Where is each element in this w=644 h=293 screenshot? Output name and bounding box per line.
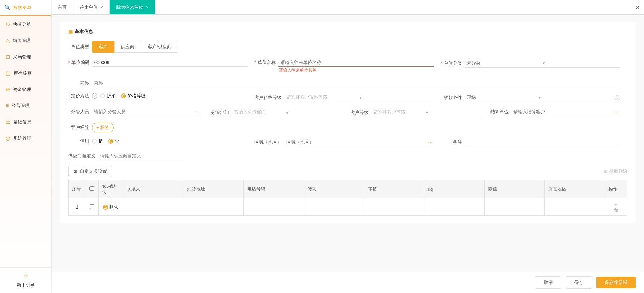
region-input[interactable] (284, 138, 426, 146)
cell-checkbox[interactable] (86, 198, 99, 216)
short-name-input[interactable] (92, 79, 620, 87)
batch-delete-btn[interactable]: 🗑 批量删除 (603, 168, 627, 174)
batch-delete-icon: 🗑 (603, 169, 608, 174)
window-close-icon[interactable]: ✕ (635, 4, 640, 10)
email-input[interactable] (368, 204, 421, 210)
default-radio[interactable]: 默认 (102, 204, 119, 210)
col-contact: 联系人 (123, 180, 183, 198)
supervisor-more-btn[interactable]: ··· (194, 109, 201, 115)
region-table-input[interactable] (548, 204, 601, 210)
row-checkbox[interactable] (90, 204, 94, 209)
remarks-input[interactable] (465, 138, 620, 146)
delete-row-btn[interactable]: 🗑 (614, 207, 618, 213)
default-label: 默认 (109, 204, 118, 210)
unit-code-input[interactable] (92, 58, 248, 67)
unit-category-value: 未分类 (467, 60, 542, 66)
billing-unit-input[interactable] (511, 108, 613, 116)
supplier-custom-label: 供应商自定义 (68, 153, 95, 159)
cell-address[interactable] (183, 198, 243, 216)
payment-terms-select[interactable]: 现结 ▾ (465, 93, 613, 102)
cell-wechat[interactable] (484, 198, 544, 216)
sidebar-item-sales[interactable]: △ 销售管理 (0, 32, 51, 49)
col-qq: qq (424, 180, 484, 198)
supplier-custom-input[interactable] (98, 152, 183, 160)
payment-help-icon[interactable]: ? (615, 95, 620, 100)
billing-unit-more-btn[interactable]: ··· (613, 109, 620, 115)
radio-discount[interactable]: 折扣 (100, 93, 116, 99)
batch-delete-label: 批量删除 (609, 168, 627, 174)
add-row-btn[interactable]: ＋ (614, 202, 618, 207)
tab-home[interactable]: 首页 (52, 0, 73, 14)
wechat-input[interactable] (488, 204, 541, 210)
unit-category-field: 单位分类 未分类 ▾ (441, 58, 627, 68)
supplier-custom-field: 供应商自定义 (68, 152, 190, 160)
pricing-help-icon[interactable]: ? (92, 93, 97, 99)
tab-label: 首页 (58, 4, 67, 10)
customer-level-select[interactable]: 请选择客户等级 ▾ (371, 108, 481, 117)
cell-qq[interactable] (424, 198, 484, 216)
cell-region[interactable] (544, 198, 605, 216)
unit-name-label: 单位名称 (254, 59, 276, 66)
cell-fax[interactable] (304, 198, 364, 216)
save-button[interactable]: 保存 (566, 276, 592, 289)
type-btn-both[interactable]: 客户/供应商 (141, 41, 178, 53)
custom-settings-btn[interactable]: ⚙ 自定义项设置 (68, 166, 112, 177)
table-row: 1 默认 (69, 198, 627, 216)
type-btn-supplier[interactable]: 供应商 (114, 41, 141, 53)
sidebar-item-system[interactable]: ◎ 系统管理 (0, 130, 51, 146)
cell-email[interactable] (364, 198, 424, 216)
unit-category-select[interactable]: 未分类 ▾ (465, 58, 620, 68)
unit-type-row: 单位类型 客户 供应商 客户/供应商 (68, 41, 627, 53)
sidebar-item-finance[interactable]: ⊕ 资金管理 (0, 81, 51, 98)
address-input[interactable] (187, 204, 240, 210)
add-tag-btn[interactable]: + 标签 (92, 123, 114, 132)
tab-new-partner[interactable]: 新增往来单位 × (110, 0, 155, 14)
sidebar-item-basic-info[interactable]: ☰ 基础信息 (0, 114, 51, 130)
sales-icon: △ (6, 37, 10, 44)
sidebar-item-inventory[interactable]: ◫ 库存核算 (0, 65, 51, 81)
radio-price-level[interactable]: 价格等级 (121, 93, 146, 99)
sidebar-item-guide[interactable]: ☆ 新手引导 (0, 267, 51, 293)
customer-price-select[interactable]: 请选择客户价格等级 ▾ (284, 93, 434, 102)
save-new-button[interactable]: 保存并新增 (596, 277, 636, 288)
radio-circle-discount (100, 93, 105, 98)
fax-input[interactable] (307, 204, 360, 210)
region-more-btn[interactable]: ··· (426, 139, 434, 145)
supervisor-input[interactable] (92, 108, 194, 116)
qq-input[interactable] (428, 204, 481, 210)
region-input-group: ··· (284, 138, 434, 146)
sidebar-label: 基础信息 (13, 119, 31, 125)
cell-contact[interactable] (123, 198, 183, 216)
dropdown-arrow-3: ▾ (539, 95, 611, 100)
unit-category-label: 单位分类 (441, 60, 462, 66)
cell-phone[interactable] (243, 198, 304, 216)
phone-input[interactable] (247, 204, 300, 210)
tab-partner-list[interactable]: 往来单位 × (73, 0, 110, 14)
sidebar-item-quick-nav[interactable]: ⊙ 快捷导航 (0, 16, 51, 32)
search-menu[interactable]: 🔍 搜索菜单 (0, 0, 51, 16)
billing-unit-input-group: ··· (511, 108, 621, 116)
supervisor-input-group: ··· (92, 108, 201, 116)
search-label: 搜索菜单 (13, 5, 31, 11)
type-btn-customer[interactable]: 客户 (92, 41, 114, 53)
sidebar-item-purchase[interactable]: ⊟ 采购管理 (0, 49, 51, 65)
cancel-button[interactable]: 取消 (535, 276, 561, 289)
sidebar: 🔍 搜索菜单 ⊙ 快捷导航 △ 销售管理 ⊟ 采购管理 ◫ 库存核算 ⊕ 资金管… (0, 0, 52, 293)
sidebar-label: 资金管理 (13, 87, 31, 93)
tab-close-partner[interactable]: × (101, 5, 103, 10)
unit-name-input[interactable] (278, 58, 434, 67)
select-all-checkbox[interactable] (89, 186, 94, 191)
radio-no[interactable]: 否 (108, 138, 119, 144)
sidebar-item-operations[interactable]: ≡ 经营管理 (0, 98, 51, 114)
cell-default[interactable]: 默认 (99, 198, 123, 216)
contact-input[interactable] (127, 204, 180, 210)
col-no: 序号 (69, 180, 86, 198)
section-title-text: 基本信息 (75, 29, 93, 35)
tab-label: 新增往来单位 (116, 4, 143, 10)
tab-close-new-partner[interactable]: × (146, 5, 148, 10)
customer-tag-field: 客户标签 + 标签 (68, 123, 627, 132)
dept-select[interactable]: 请输入分管部门 ▾ (232, 108, 341, 117)
payment-terms-field: 收款条件 现结 ▾ ? (441, 93, 627, 102)
basic-info-icon: ☰ (6, 119, 10, 125)
radio-yes[interactable]: 是 (92, 138, 103, 144)
